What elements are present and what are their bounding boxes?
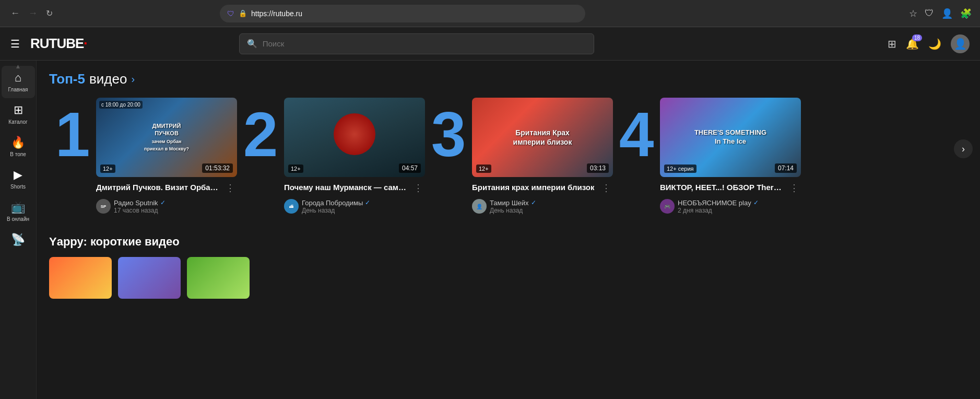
avatar-image: 👤 bbox=[954, 38, 967, 50]
sidebar: ▲ ⌂ Главная ⊞ Каталог 🔥 В топе ▶ Shorts … bbox=[0, 61, 37, 399]
section-chevron[interactable]: › bbox=[131, 73, 135, 85]
extensions-button[interactable]: 🧩 bbox=[960, 8, 972, 19]
yappy-section-title: Yарру: короткие видео bbox=[49, 235, 967, 249]
age-badge-1: 12+ bbox=[100, 165, 115, 173]
search-input[interactable] bbox=[263, 39, 586, 48]
browser-chrome: ← → ↻ 🛡 🔒 https://rutube.ru ☆ 🛡 👤 🧩 bbox=[0, 0, 980, 27]
more-button-3[interactable]: ⋮ bbox=[599, 182, 613, 194]
sidebar-label-catalog: Каталог bbox=[8, 119, 27, 125]
channel-info-4: НЕОБЪЯСНИМОЕ play ✓ 2 дня назад bbox=[678, 199, 801, 214]
header-actions: ⊞ 🔔 18 🌙 👤 bbox=[888, 34, 970, 53]
verified-3: ✓ bbox=[531, 199, 536, 206]
video-time-1: 17 часов назад bbox=[114, 207, 237, 214]
top5-item-1: 1 с 18:00 до 20:00 ДМИТРИЙПУЧКОВзачем Ор… bbox=[49, 98, 237, 214]
video-time-3: День назад bbox=[490, 207, 613, 214]
app-header: ☰ RUTUBE· 🔍 ⊞ 🔔 18 🌙 👤 bbox=[0, 27, 980, 61]
sidebar-item-home[interactable]: ⌂ Главная bbox=[2, 66, 35, 98]
url-text: https://rutube.ru bbox=[251, 9, 302, 18]
channel-name-3: Тамир Шейх ✓ bbox=[490, 199, 613, 207]
video-meta-4: 🎮 НЕОБЪЯСНИМОЕ play ✓ 2 дня назад bbox=[660, 199, 801, 214]
shorts-icon: ▶ bbox=[14, 168, 22, 182]
channel-avatar-1: SP bbox=[96, 199, 111, 214]
title-rest: видео bbox=[89, 71, 127, 87]
sidebar-label-tv: В онлайн bbox=[7, 216, 29, 222]
sidebar-label-home: Главная bbox=[8, 87, 28, 93]
more-button-2[interactable]: ⋮ bbox=[411, 182, 425, 194]
more-button-1[interactable]: ⋮ bbox=[223, 182, 237, 194]
verified-1: ✓ bbox=[160, 199, 166, 206]
top5-item-3: 3 Британия Крахимперии близок 12+ 03:13 … bbox=[425, 98, 613, 214]
avatar[interactable]: 👤 bbox=[951, 34, 970, 53]
home-icon: ⌂ bbox=[15, 71, 21, 85]
video-title-2: Почему наш Мурманск — самы... bbox=[284, 182, 409, 193]
top5-grid: 1 с 18:00 до 20:00 ДМИТРИЙПУЧКОВзачем Ор… bbox=[49, 98, 967, 214]
duration-3: 03:13 bbox=[587, 163, 609, 173]
video-meta-1: SP Радио Sputnik ✓ 17 часов назад bbox=[96, 199, 237, 214]
thumbnail-3: Британия Крахимперии близок 12+ 03:13 bbox=[472, 98, 613, 177]
browser-actions: ☆ 🛡 👤 🧩 bbox=[909, 8, 972, 19]
sidebar-item-tv[interactable]: 📺 В онлайн bbox=[2, 195, 35, 228]
rank-1: 1 bbox=[49, 103, 96, 166]
channel-name-2: Города Побродимы ✓ bbox=[302, 199, 425, 207]
channel-info-1: Радио Sputnik ✓ 17 часов назад bbox=[114, 199, 237, 214]
moon-icon: 🌙 bbox=[928, 38, 941, 50]
thumbnail-1: с 18:00 до 20:00 ДМИТРИЙПУЧКОВзачем Орба… bbox=[96, 98, 237, 177]
video-meta-2: 🏙 Города Побродимы ✓ День назад bbox=[284, 199, 425, 214]
video-card-header-4: ВИКТОР, НЕЕТ...! ОБЗОР There's... ⋮ bbox=[660, 182, 801, 196]
add-video-button[interactable]: ⊞ bbox=[888, 38, 896, 50]
video-card-3[interactable]: Британия Крахимперии близок 12+ 03:13 Бр… bbox=[472, 98, 613, 214]
channel-name-1: Радио Sputnik ✓ bbox=[114, 199, 237, 207]
hamburger-menu[interactable]: ☰ bbox=[10, 38, 20, 50]
duration-1: 01:53:32 bbox=[202, 163, 233, 173]
top5-section-title: Топ-5 видео › bbox=[49, 71, 967, 87]
channel-avatar-2: 🏙 bbox=[284, 199, 299, 214]
rank-3: 3 bbox=[425, 103, 472, 166]
main-layout: ▲ ⌂ Главная ⊞ Каталог 🔥 В топе ▶ Shorts … bbox=[0, 61, 980, 399]
thumb-overlay-1: с 18:00 до 20:00 bbox=[99, 101, 143, 109]
sidebar-item-radio[interactable]: 📡 bbox=[2, 228, 35, 252]
video-card-2[interactable]: 12+ 04:57 Почему наш Мурманск — самы... … bbox=[284, 98, 425, 214]
thumbnail-2: 12+ 04:57 bbox=[284, 98, 425, 177]
video-title-3: Британия крах империи близок bbox=[472, 182, 594, 193]
yappy-card-1[interactable] bbox=[49, 257, 112, 299]
age-badge-2: 12+ bbox=[288, 165, 303, 173]
rank-4: 4 bbox=[613, 103, 660, 166]
thumb-text-1: ДМИТРИЙПУЧКОВзачем Орбанприехал в Москву… bbox=[140, 118, 193, 157]
back-button[interactable]: ← bbox=[8, 6, 22, 21]
verified-2: ✓ bbox=[365, 199, 370, 206]
video-card-4[interactable]: THERE'S SOMETHINGIn The Ice 12+ серия 07… bbox=[660, 98, 801, 214]
duration-2: 04:57 bbox=[399, 163, 421, 173]
channel-avatar-4: 🎮 bbox=[660, 199, 675, 214]
shield-icon: 🛡 bbox=[227, 9, 234, 18]
theme-toggle-button[interactable]: 🌙 bbox=[928, 38, 941, 50]
more-button-4[interactable]: ⋮ bbox=[787, 182, 801, 194]
profile-button[interactable]: 👤 bbox=[941, 8, 953, 19]
channel-info-3: Тамир Шейх ✓ День назад bbox=[490, 199, 613, 214]
yappy-card-3[interactable] bbox=[187, 257, 250, 299]
sidebar-label-shorts: Shorts bbox=[10, 184, 26, 190]
video-card-header-3: Британия крах империи близок ⋮ bbox=[472, 182, 613, 196]
sidebar-item-shorts[interactable]: ▶ Shorts bbox=[2, 163, 35, 195]
video-title-4: ВИКТОР, НЕЕТ...! ОБЗОР There's... bbox=[660, 182, 785, 193]
address-bar[interactable]: 🛡 🔒 https://rutube.ru bbox=[220, 5, 585, 22]
thumb-text-3: Британия Крахимперии близок bbox=[509, 124, 576, 151]
title-highlight: Топ-5 bbox=[49, 71, 85, 87]
yappy-card-2[interactable] bbox=[118, 257, 181, 299]
logo: RUTUBE· bbox=[30, 36, 87, 52]
video-title-1: Дмитрий Пучков. Визит Орбана в... bbox=[96, 182, 221, 193]
sidebar-item-trending[interactable]: 🔥 В топе bbox=[2, 131, 35, 163]
video-card-1[interactable]: с 18:00 до 20:00 ДМИТРИЙПУЧКОВзачем Орба… bbox=[96, 98, 237, 214]
video-time-4: 2 дня назад bbox=[678, 207, 801, 214]
firefox-shield-button[interactable]: 🛡 bbox=[925, 8, 934, 19]
rank-2: 2 bbox=[237, 103, 284, 166]
sidebar-item-catalog[interactable]: ⊞ Каталог bbox=[2, 98, 35, 131]
notifications-button[interactable]: 🔔 18 bbox=[906, 38, 919, 50]
bookmark-button[interactable]: ☆ bbox=[909, 8, 917, 19]
channel-name-4: НЕОБЪЯСНИМОЕ play ✓ bbox=[678, 199, 801, 207]
search-icon: 🔍 bbox=[247, 39, 257, 49]
reload-button[interactable]: ↻ bbox=[44, 6, 55, 20]
search-bar[interactable]: 🔍 bbox=[239, 33, 594, 54]
next-arrow-button[interactable]: › bbox=[954, 139, 973, 158]
forward-button[interactable]: → bbox=[26, 6, 40, 21]
age-badge-4: 12+ серия bbox=[664, 165, 696, 173]
